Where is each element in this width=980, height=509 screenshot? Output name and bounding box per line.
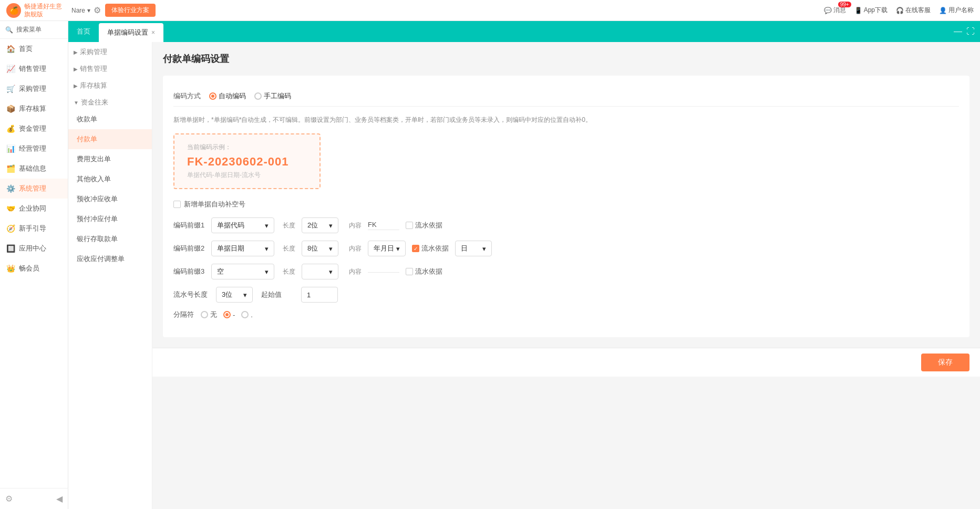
length1-select[interactable]: 2位 ▾ xyxy=(302,217,338,233)
auto-fill-checkbox[interactable] xyxy=(173,201,181,208)
sidebar-item-sales[interactable]: 📈 销售管理 xyxy=(0,59,68,79)
stream3-checkbox-box[interactable] xyxy=(406,268,413,275)
sidebar-item-member[interactable]: 👑 畅会员 xyxy=(0,258,68,278)
content3-label: 内容 xyxy=(349,267,362,276)
sidebar-item-operations[interactable]: 📊 经营管理 xyxy=(0,139,68,159)
serial-length-select[interactable]: 3位 ▾ xyxy=(216,287,253,303)
auto-fill-checkbox-row[interactable]: 新增单据自动补空号 xyxy=(173,200,959,209)
submenu-item-feiyong[interactable]: 费用支出单 xyxy=(68,149,152,169)
length3-label: 长度 xyxy=(283,267,295,276)
manual-encode-radio[interactable]: 手工编码 xyxy=(254,91,291,101)
prefix2-row: 编码前缀2 单据日期 ▾ 长度 8位 ▾ 内容 xyxy=(173,241,959,256)
inventory-icon: 📦 xyxy=(6,105,15,113)
sidebar-footer: ⚙ ◀ xyxy=(0,488,68,509)
window-maximize-icon[interactable]: ⛶ xyxy=(966,27,975,36)
start-value-input[interactable]: 1 xyxy=(301,287,338,303)
prefix2-select[interactable]: 单据日期 ▾ xyxy=(211,241,274,256)
operations-icon: 📊 xyxy=(6,144,15,153)
sidebar-item-home[interactable]: 🏠 首页 xyxy=(0,39,68,59)
sidebar-item-enterprise[interactable]: 🤝 企业协同 xyxy=(0,199,68,219)
start-value-label: 起始值 xyxy=(261,290,293,299)
service-icon: 🎧 xyxy=(896,7,904,14)
sidebar-item-inventory[interactable]: 📦 库存核算 xyxy=(0,99,68,119)
message-icon: 💬 xyxy=(824,7,832,14)
top-bar-nav[interactable]: Nare ▾ ⚙ xyxy=(71,5,101,15)
trial-button[interactable]: 体验行业方案 xyxy=(105,4,156,17)
submenu-item-yinhang[interactable]: 银行存取款单 xyxy=(68,229,152,249)
auto-encode-radio[interactable]: 自动编码 xyxy=(209,91,246,101)
sidebar-item-guide[interactable]: 🧭 新手引导 xyxy=(0,219,68,238)
tab-encode-settings[interactable]: 单据编码设置 × xyxy=(99,23,163,42)
settings-footer-icon[interactable]: ⚙ xyxy=(5,494,13,504)
length2-select[interactable]: 8位 ▾ xyxy=(302,241,338,256)
submenu-item-yushou[interactable]: 预收冲应收单 xyxy=(68,189,152,209)
content-area: 首页 单据编码设置 × — ⛶ ▶ 采购管理 ▶ 销售管理 xyxy=(68,21,980,509)
tab-home[interactable]: 首页 xyxy=(68,21,99,42)
expand-icon-sales: ▶ xyxy=(74,66,78,72)
nav-select[interactable]: Nare ▾ xyxy=(71,7,90,14)
user-account[interactable]: 👤 用户名称 xyxy=(939,6,974,15)
online-service-button[interactable]: 🎧 在线客服 xyxy=(896,6,931,15)
expand-icon-purchase: ▶ xyxy=(74,49,78,55)
length2-label: 长度 xyxy=(283,244,295,253)
stream1-checkbox[interactable]: 流水依据 xyxy=(406,221,442,230)
length3-select[interactable]: ▾ xyxy=(302,264,338,279)
code-preview-hint: 当前编码示例： xyxy=(187,143,307,152)
submenu-group-inventory[interactable]: ▶ 库存核算 xyxy=(68,76,152,92)
tab-bar: 首页 单据编码设置 × — ⛶ xyxy=(68,21,980,42)
submenu-item-yufu[interactable]: 预付冲应付单 xyxy=(68,209,152,229)
window-minimize-icon[interactable]: — xyxy=(954,27,962,36)
submenu-group-sales[interactable]: ▶ 销售管理 xyxy=(68,59,152,76)
home-icon: 🏠 xyxy=(6,45,15,53)
stream2-period-select[interactable]: 日 ▾ xyxy=(455,241,492,256)
sidebar-item-basic[interactable]: 🗂️ 基础信息 xyxy=(0,159,68,179)
finance-icon: 💰 xyxy=(6,124,15,133)
prefix1-select[interactable]: 单据代码 ▾ xyxy=(211,217,274,233)
sep-hyphen-radio[interactable]: - xyxy=(223,311,235,319)
content2-select[interactable]: 年月日 ▾ xyxy=(368,241,406,256)
sidebar-item-purchase[interactable]: 🛒 采购管理 xyxy=(0,79,68,99)
auto-encode-dot xyxy=(209,92,216,100)
prefix3-label: 编码前缀3 xyxy=(173,267,205,276)
tab-close-button[interactable]: × xyxy=(151,29,155,36)
settings-icon[interactable]: ⚙ xyxy=(94,5,101,15)
sep-none-radio[interactable]: 无 xyxy=(201,310,217,319)
sep-hyphen-dot xyxy=(223,311,231,318)
content1-value: FK xyxy=(368,221,399,230)
submenu-item-shoukuandan[interactable]: 收款单 xyxy=(68,109,152,129)
app-download-button[interactable]: 📱 App下载 xyxy=(854,6,888,15)
stream2-checkbox[interactable]: ✓ 流水依据 xyxy=(412,244,449,253)
separator-row: 分隔符 无 - xyxy=(173,310,959,319)
user-icon: 👤 xyxy=(939,7,947,14)
top-bar-right: 💬 消息 99+ 📱 App下载 🎧 在线客服 👤 用户名称 xyxy=(824,6,974,15)
sidebar-item-apps[interactable]: 🔲 应用中心 xyxy=(0,238,68,258)
sidebar-item-finance[interactable]: 💰 资金管理 xyxy=(0,119,68,139)
stream1-checkbox-box[interactable] xyxy=(406,222,413,229)
submenu-group-purchase[interactable]: ▶ 采购管理 xyxy=(68,42,152,59)
sidebar-item-system[interactable]: ⚙️ 系统管理 xyxy=(0,179,68,199)
submenu-group-finance[interactable]: ▼ 资金往来 xyxy=(68,92,152,109)
chevron-down-icon: ▾ xyxy=(396,245,400,253)
prefix2-label: 编码前缀2 xyxy=(173,244,205,253)
submenu-item-fukuandan[interactable]: 付款单 xyxy=(68,129,152,149)
search-menu-header[interactable]: 🔍 搜索菜单 xyxy=(0,21,68,39)
chevron-down-icon: ▾ xyxy=(265,222,269,230)
messages-button[interactable]: 💬 消息 99+ xyxy=(824,6,846,15)
purchase-icon: 🛒 xyxy=(6,85,15,93)
app-logo: 🍊 畅捷通好生意 旗舰版 xyxy=(6,3,62,18)
expand-icon-finance: ▼ xyxy=(74,100,79,106)
main-layout: 🔍 搜索菜单 🏠 首页 📈 销售管理 🛒 采购管理 📦 库存核算 💰 资金管理 … xyxy=(0,21,980,509)
stream2-checkbox-box[interactable]: ✓ xyxy=(412,245,419,252)
sep-dot-radio[interactable]: . xyxy=(241,311,253,319)
submenu-item-qitashouru[interactable]: 其他收入单 xyxy=(68,169,152,189)
stream3-checkbox[interactable]: 流水依据 xyxy=(406,267,442,276)
submenu-item-yingshou[interactable]: 应收应付调整单 xyxy=(68,249,152,269)
chevron-down-icon: ▾ xyxy=(329,245,333,253)
save-button[interactable]: 保存 xyxy=(921,354,969,371)
sidebar: 🔍 搜索菜单 🏠 首页 📈 销售管理 🛒 采购管理 📦 库存核算 💰 资金管理 … xyxy=(0,21,68,509)
bottom-bar: 保存 xyxy=(152,348,980,377)
chevron-down-icon: ▾ xyxy=(265,268,269,276)
prefix3-select[interactable]: 空 ▾ xyxy=(211,264,274,279)
chevron-down-icon: ▾ xyxy=(329,222,333,230)
collapse-icon[interactable]: ◀ xyxy=(56,494,63,504)
